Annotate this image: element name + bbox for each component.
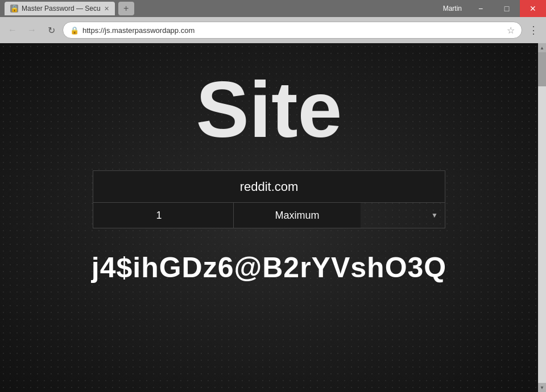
site-input[interactable] [93, 170, 445, 202]
browser-menu-button[interactable]: ⋮ [526, 22, 541, 38]
type-select[interactable]: Maximum Long Medium Short Basic PIN [234, 203, 360, 228]
url-text: https://js.masterpasswordapp.com [82, 26, 503, 35]
site-heading: Site [196, 66, 342, 153]
browser-chrome: ← → ↻ 🔒 https://js.masterpasswordapp.com… [0, 17, 546, 43]
content-wrapper: Site Maximum Long Medium Short Basic PIN… [0, 43, 546, 392]
tab-favicon: 🔒 [10, 5, 18, 12]
title-bar-right: Martin − □ ✕ [437, 0, 546, 17]
new-tab-button[interactable]: + [118, 2, 134, 15]
reload-button[interactable]: ↻ [43, 22, 59, 38]
maximize-button[interactable]: □ [494, 0, 520, 17]
page-content: Site Maximum Long Medium Short Basic PIN… [0, 43, 538, 392]
tab-close-button[interactable]: ✕ [104, 5, 109, 12]
address-bar[interactable]: 🔒 https://js.masterpasswordapp.com ☆ [63, 22, 522, 39]
title-bar-left: 🔒 Master Password — Secu ✕ + [5, 2, 134, 15]
scrollbar: ▲ ▼ [538, 43, 546, 392]
scroll-down-button[interactable]: ▼ [538, 383, 546, 392]
bookmark-button[interactable]: ☆ [507, 25, 515, 36]
title-bar: 🔒 Master Password — Secu ✕ + Martin − □ … [0, 0, 546, 17]
generated-password: j4$ihGDz6@B2rYVshO3Q [92, 251, 447, 284]
close-button[interactable]: ✕ [520, 0, 546, 17]
back-button[interactable]: ← [5, 22, 20, 38]
scroll-thumb[interactable] [538, 52, 546, 86]
type-select-wrapper: Maximum Long Medium Short Basic PIN [234, 203, 445, 228]
scroll-up-button[interactable]: ▲ [538, 43, 546, 52]
scroll-track[interactable] [538, 52, 546, 383]
user-name-label: Martin [437, 5, 468, 12]
forward-button[interactable]: → [24, 22, 40, 38]
tab-label: Master Password — Secu [22, 5, 101, 12]
browser-tab[interactable]: 🔒 Master Password — Secu ✕ [5, 2, 115, 15]
form-row: Maximum Long Medium Short Basic PIN [93, 202, 445, 228]
minimize-button[interactable]: − [468, 0, 494, 17]
form-area: Maximum Long Medium Short Basic PIN [93, 170, 445, 228]
security-icon: 🔒 [70, 26, 79, 35]
counter-input[interactable] [93, 203, 234, 228]
